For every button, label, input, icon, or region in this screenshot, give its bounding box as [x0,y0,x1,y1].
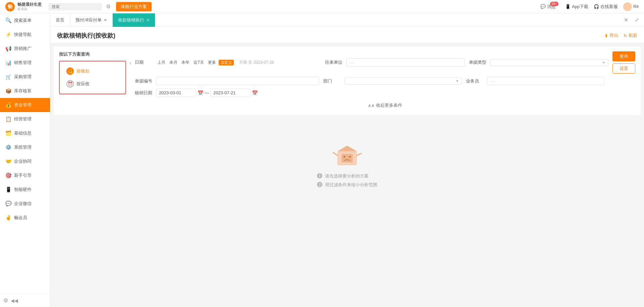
filter-panel: 按以下方案查询 💰 按收款 ⏰ 按应收 ‹ [54,47,641,115]
voucher-no-input[interactable] [156,77,319,85]
topbar-right: 💬 消息 99+ 📱 App下载 🎧 在线客服 Rit [540,2,639,11]
tab-collection[interactable]: 收款核销执行 ✕ [113,13,155,27]
industry-btn[interactable]: 体验行业方案 [116,2,152,11]
main-layout: 🔍 搜索菜单 ⚡ 快捷导航 📢 营销推广 📊 销售管理 🛒 采购管理 📦 库存核… [0,13,644,307]
sidebar-item-inventory[interactable]: 📦 库存核算 [0,84,50,98]
content-area: 首页 预付冲应付单 ✕ 收款核销执行 ✕ ✕ ⤢ 收款核销执行(按收款) [50,13,644,307]
trade-partner-label: 往来单位 [325,59,343,65]
verify-date-end-input[interactable] [210,89,251,97]
sidebar-item-management[interactable]: 📋 经营管理 [0,112,50,126]
brand-info: 畅捷通好生意 标准版 [17,2,42,11]
empty-tip-2: 2 用过滤条件来缩小分析范围 [317,182,377,188]
sidebar-item-sales[interactable]: 📊 销售管理 [0,56,50,70]
sidebar-item-finance[interactable]: 💰 资金管理 [0,98,50,112]
voucher-no-label: 单据编号 [135,78,153,84]
online-service-btn[interactable]: 🎧 在线客服 [594,4,618,10]
query-btn[interactable]: 查询 [612,51,635,61]
date-field: 日期 上月 本月 本年 近7天 更多 自定义 不限 至 [135,59,321,66]
receivable-icon: ⏰ [66,80,74,88]
expand-tab-btn[interactable]: ⤢ [632,15,641,25]
app-download-btn[interactable]: 📱 App下载 [565,4,588,10]
tabbar: 首页 预付冲应付单 ✕ 收款核销执行 ✕ ✕ ⤢ [50,13,644,27]
shortcut-this-month[interactable]: 本月 [168,59,179,66]
custom-date-badge[interactable]: 自定义 [219,60,234,65]
calendar-start-icon[interactable]: 📅 [198,90,203,96]
filter-option-by-receivable[interactable]: ⏰ 按应收 [63,78,122,90]
export-icon: ⬆ [604,33,608,38]
brand-logo: 畅 [5,2,15,11]
shortcut-this-year[interactable]: 本年 [180,59,191,66]
staff-label: 业务员 [466,78,484,84]
sidebar-collapse-icon[interactable]: ◀◀ [11,298,18,303]
sidebar-bottom: ⚙ ◀◀ [0,294,50,307]
svg-line-5 [333,153,337,155]
calendar-end-icon[interactable]: 📅 [252,90,258,96]
filter-row-3: 核销日期 📅 — 📅 [135,89,635,97]
export-btn[interactable]: ⬆ 导出 [604,33,618,39]
filter-sidebar: 按以下方案查询 💰 按收款 ⏰ 按应收 [59,51,126,110]
refresh-icon: ↻ [624,33,627,38]
shortcut-more[interactable]: 更多 [207,59,217,66]
sidebar-item-basic-info[interactable]: 🗂️ 基础信息 [0,126,50,140]
page-title: 收款核销执行(按收款) [57,32,115,40]
sidebar-item-search[interactable]: 🔍 搜索菜单 [0,13,50,28]
sidebar-item-marketing[interactable]: 📢 营销推广 [0,42,50,56]
guide-icon: 🎯 [5,172,11,178]
sidebar-item-wechat[interactable]: 💬 企业微信 [0,197,50,211]
settings-icon[interactable]: ⚙ [106,3,111,10]
sidebar-item-member[interactable]: ✌️ 畅会员 [0,211,50,225]
verify-date-range: 📅 — 📅 [156,89,258,97]
trade-partner-select[interactable]: ··· [346,58,465,67]
quicknav-icon: ⚡ [5,32,11,38]
staff-select[interactable]: ··· [487,77,604,85]
dept-field: 部门 ▼ [323,78,462,85]
user-btn[interactable]: Rit [623,2,639,11]
sidebar: 🔍 搜索菜单 ⚡ 快捷导航 📢 营销推广 📊 销售管理 🛒 采购管理 📦 库存核… [0,13,50,307]
tab-close-collection[interactable]: ✕ [146,18,150,22]
sidebar-item-cooperation[interactable]: 🤝 企业协同 [0,154,50,168]
shortcut-7days[interactable]: 近7天 [192,59,205,66]
tab-prepay[interactable]: 预付冲应付单 ✕ [70,13,113,27]
payment-icon: 💰 [66,67,74,75]
message-btn[interactable]: 💬 消息 99+ [540,4,556,10]
shortcut-last-month[interactable]: 上月 [156,59,167,66]
tab-close-prepay[interactable]: ✕ [104,18,107,22]
collapse-more-btn[interactable]: ∧∧ 收起更多条件 [135,100,635,110]
tab-home[interactable]: 首页 [50,13,70,27]
page-header: 收款核销执行(按收款) ⬆ 导出 ↻ 刷新 [50,27,644,43]
page-content: 收款核销执行(按收款) ⬆ 导出 ↻ 刷新 按以下方案查询 [50,27,644,307]
dept-select[interactable]: ▼ [344,78,462,85]
sidebar-item-hardware[interactable]: 📱 智能硬件 [0,183,50,197]
empty-tip-1: 1 请先选择要分析的方案 [317,173,377,179]
empty-illustration [330,139,364,169]
staff-field: 业务员 ··· [466,77,604,85]
sidebar-item-system[interactable]: ⚙️ 系统管理 [0,140,50,154]
cooperation-icon: 🤝 [5,158,11,164]
filter-option-by-payment[interactable]: 💰 按收款 [63,65,122,78]
marketing-icon: 📢 [5,46,11,52]
setting-btn[interactable]: 设置 [612,63,635,73]
voucher-type-field: 单据类型 ▼ [469,59,608,66]
inventory-icon: 📦 [5,88,11,94]
verify-date-start-input[interactable] [156,89,196,97]
filter-actions: 查询 设置 [612,51,635,73]
topbar-search-input[interactable] [48,3,102,10]
sidebar-item-quicknav[interactable]: ⚡ 快捷导航 [0,28,50,42]
voucher-no-field: 单据编号 [135,77,319,85]
date-label: 日期 [135,59,153,65]
svg-line-6 [357,153,361,155]
svg-marker-1 [337,146,357,151]
sidebar-toggle: ‹ [129,51,131,110]
trade-partner-field: 往来单位 ··· [325,58,465,67]
sidebar-item-guide[interactable]: 🎯 新手引导 [0,168,50,183]
avatar [623,2,632,11]
close-tab-btn[interactable]: ✕ [621,15,631,25]
filter-row-2: 单据编号 部门 ▼ 业务员 [135,77,635,85]
collapse-sidebar-icon[interactable]: ‹ [129,59,131,66]
refresh-btn[interactable]: ↻ 刷新 [624,33,637,39]
sidebar-item-purchase[interactable]: 🛒 采购管理 [0,70,50,84]
voucher-type-select[interactable]: ▼ [490,59,608,66]
svg-point-3 [343,156,345,158]
tabbar-actions: ✕ ⤢ [621,15,644,25]
sidebar-gear-icon[interactable]: ⚙ [3,297,8,304]
